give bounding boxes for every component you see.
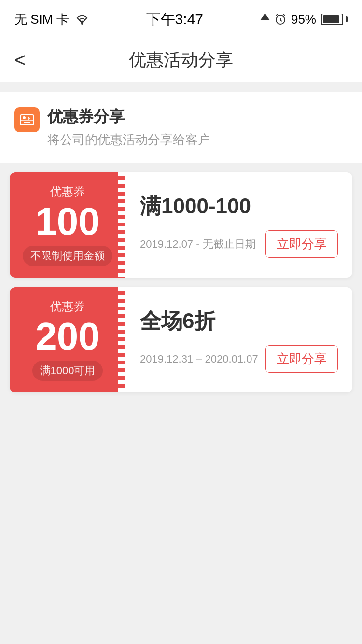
share-button-2[interactable]: 立即分享	[265, 345, 338, 373]
coupon-condition-1: 不限制使用金额	[23, 246, 112, 266]
svg-line-3	[280, 20, 282, 21]
coupon-card-2: 优惠券 200 满1000可用 全场6折 2019.12.31 – 2020.0…	[10, 287, 352, 392]
svg-line-5	[283, 14, 285, 16]
coupon-date-1: 2019.12.07 - 无截止日期	[140, 237, 256, 252]
coupon-left-1: 优惠券 100 不限制使用金额	[10, 172, 125, 278]
coupon-name-1: 满1000-100	[140, 192, 338, 221]
section-subtitle: 将公司的优惠活动分享给客户	[47, 131, 210, 148]
section-text: 优惠券分享 将公司的优惠活动分享给客户	[47, 106, 210, 148]
svg-point-7	[23, 116, 26, 119]
carrier-text: 无 SIM 卡	[14, 11, 69, 28]
status-right: 95%	[260, 12, 348, 27]
coupon-right-1: 满1000-100 2019.12.07 - 无截止日期 立即分享	[125, 172, 352, 278]
empty-area	[0, 392, 362, 644]
coupon-name-2: 全场6折	[140, 307, 338, 336]
coupon-type-1: 优惠券	[50, 184, 85, 199]
back-button[interactable]: <	[14, 49, 26, 71]
battery-icon	[321, 14, 348, 25]
section-header: 优惠券分享 将公司的优惠活动分享给客户	[0, 92, 362, 163]
wifi-icon	[75, 14, 89, 25]
coupon-meta-1: 2019.12.07 - 无截止日期 立即分享	[140, 230, 338, 258]
nav-bar: < 优惠活动分享	[0, 39, 362, 82]
coupon-condition-2: 满1000可用	[32, 361, 103, 381]
coupon-amount-2: 200	[35, 317, 99, 356]
svg-point-0	[81, 23, 83, 25]
top-divider	[0, 82, 362, 92]
coupon-card-1: 优惠券 100 不限制使用金额 满1000-100 2019.12.07 - 无…	[10, 172, 352, 278]
status-time: 下午3:47	[146, 10, 203, 29]
svg-line-4	[276, 14, 278, 16]
alarm-icon	[275, 14, 286, 25]
page-title: 优惠活动分享	[129, 48, 233, 72]
status-left: 无 SIM 卡	[14, 11, 89, 28]
location-icon	[260, 14, 270, 25]
section-icon	[14, 107, 40, 132]
coupon-left-2: 优惠券 200 满1000可用	[10, 287, 125, 392]
status-bar: 无 SIM 卡 下午3:47 95%	[0, 0, 362, 39]
share-button-1[interactable]: 立即分享	[265, 230, 338, 258]
section-title: 优惠券分享	[47, 106, 210, 127]
coupon-meta-2: 2019.12.31 – 2020.01.07 立即分享	[140, 345, 338, 373]
coupon-amount-1: 100	[35, 202, 99, 241]
coupon-date-2: 2019.12.31 – 2020.01.07	[140, 353, 258, 365]
coupon-right-2: 全场6折 2019.12.31 – 2020.01.07 立即分享	[125, 287, 352, 392]
battery-percentage: 95%	[291, 12, 316, 27]
coupon-type-2: 优惠券	[50, 299, 85, 314]
coupon-list: 优惠券 100 不限制使用金额 满1000-100 2019.12.07 - 无…	[0, 163, 362, 392]
